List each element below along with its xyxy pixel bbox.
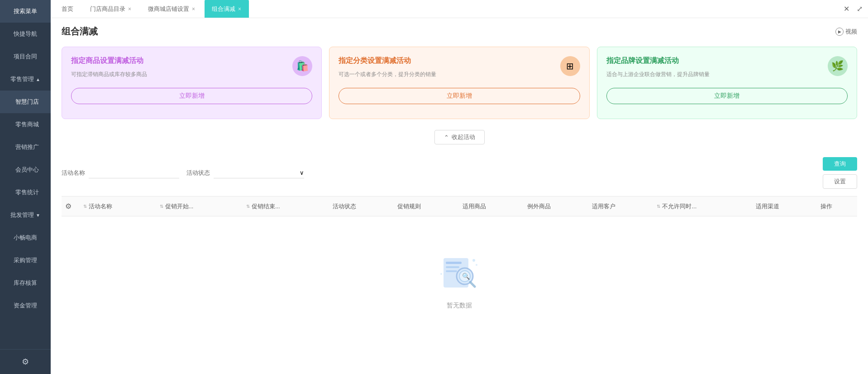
chevron-down-icon: ∨ xyxy=(300,169,304,176)
th-gear: ⚙ xyxy=(62,197,80,216)
sidebar-item-label: 智慧门店 xyxy=(15,98,39,105)
tab-combo-discount[interactable]: 组合满减 × xyxy=(205,0,249,18)
empty-state-row: 🔍 暂无数据 xyxy=(62,216,857,334)
th-label: 适用客户 xyxy=(592,203,615,210)
sidebar-item-label: 资金管理 xyxy=(14,302,37,309)
sidebar-item-quick-nav[interactable]: 快捷导航 xyxy=(0,23,51,45)
sidebar-item-label: 小畅电商 xyxy=(14,234,37,241)
sidebar-item-smart-store[interactable]: 智慧门店 xyxy=(0,91,51,113)
main-content: 首页 门店商品目录 × 微商城店铺设置 × 组合满减 × ✕ ⤢ 组合满减 ▶ … xyxy=(51,0,868,374)
svg-text:🔍: 🔍 xyxy=(462,273,470,280)
th-label: 适用渠道 xyxy=(756,203,779,210)
th-exception-goods: 例外商品 xyxy=(524,197,588,216)
th-not-allow-concurrent: ⇅ 不允许同时... xyxy=(653,197,752,216)
tab-home[interactable]: 首页 xyxy=(54,0,81,18)
svg-point-9 xyxy=(476,264,477,266)
th-label: 活动名称 xyxy=(89,202,112,211)
th-label: 操作 xyxy=(820,203,832,210)
category-card-desc: 可选一个或者多个分类，提升分类的销量 xyxy=(339,70,580,79)
close-window-icon[interactable]: ✕ xyxy=(842,3,851,15)
empty-illustration: 🔍 xyxy=(437,249,482,294)
sidebar-item-search-menu[interactable]: 搜索菜单 xyxy=(0,0,51,23)
close-tab-wechat-store[interactable]: × xyxy=(192,6,195,12)
sidebar-item-xiaochangec[interactable]: 小畅电商 xyxy=(0,226,51,249)
sidebar-item-member-center[interactable]: 会员中心 xyxy=(0,158,51,181)
svg-rect-3 xyxy=(446,270,457,272)
collapse-label: 收起活动 xyxy=(452,133,475,141)
setting-button[interactable]: 设置 xyxy=(823,174,857,189)
svg-rect-1 xyxy=(446,262,462,264)
tab-wechat-store[interactable]: 微商城店铺设置 × xyxy=(141,0,203,18)
brand-card-title: 指定品牌设置满减活动 xyxy=(606,56,848,66)
th-label: 例外商品 xyxy=(527,203,551,210)
sidebar-item-wholesale-mgmt[interactable]: 批发管理 ▼ xyxy=(0,204,51,226)
sort-icon[interactable]: ⇅ xyxy=(160,204,163,209)
th-label: 促销规则 xyxy=(397,203,421,210)
sidebar-item-label: 搜索菜单 xyxy=(14,8,37,14)
th-label: 活动状态 xyxy=(333,203,356,210)
sidebar-item-project-contract[interactable]: 项目合同 xyxy=(0,45,51,68)
activity-card-category: ⊞ 指定分类设置满减活动 可选一个或者多个分类，提升分类的销量 立即新增 xyxy=(329,47,589,119)
sidebar-item-retail-mgmt[interactable]: 零售管理 ▲ xyxy=(0,68,51,91)
svg-point-10 xyxy=(440,273,442,275)
sidebar-item-label: 零售商城 xyxy=(15,121,39,128)
sidebar-item-label: 营销推广 xyxy=(15,144,39,150)
activity-name-input[interactable] xyxy=(89,168,179,178)
add-category-discount-button[interactable]: 立即新增 xyxy=(339,88,580,104)
sort-icon[interactable]: ⇅ xyxy=(83,204,87,209)
sidebar-item-fund-mgmt[interactable]: 资金管理 xyxy=(0,294,51,317)
th-applicable-channel: 适用渠道 xyxy=(752,197,817,216)
close-tab-product-catalog[interactable]: × xyxy=(128,6,131,12)
add-product-discount-button[interactable]: 立即新增 xyxy=(71,88,312,104)
th-applicable-goods: 适用商品 xyxy=(459,197,524,216)
tab-wechat-store-label: 微商城店铺设置 xyxy=(148,5,189,13)
settings-button[interactable]: ⚙ xyxy=(0,349,51,374)
th-label: 不允许同时... xyxy=(662,202,696,211)
page-title: 组合满减 xyxy=(62,25,98,38)
svg-point-8 xyxy=(472,259,475,262)
sidebar-item-label: 库存核算 xyxy=(14,279,37,286)
chevron-up-icon: ▲ xyxy=(36,77,40,82)
th-label: 促销结束... xyxy=(252,202,280,211)
th-promo-rule: 促销规则 xyxy=(394,197,458,216)
add-brand-discount-button[interactable]: 立即新增 xyxy=(606,88,848,104)
activity-status-select[interactable]: ∨ xyxy=(214,168,304,178)
gear-icon[interactable]: ⚙ xyxy=(65,202,72,210)
gear-icon: ⚙ xyxy=(22,357,29,366)
empty-state-cell: 🔍 暂无数据 xyxy=(62,216,857,334)
sort-icon[interactable]: ⇅ xyxy=(246,204,250,209)
brand-card-icon: 🌿 xyxy=(828,56,848,76)
sidebar-item-retail-stats[interactable]: 零售统计 xyxy=(0,181,51,204)
th-activity-name: ⇅ 活动名称 xyxy=(80,197,156,216)
video-label: 视频 xyxy=(845,28,857,36)
close-tab-combo-discount[interactable]: × xyxy=(238,6,241,12)
th-applicable-customer: 适用客户 xyxy=(588,197,653,216)
brand-card-desc: 适合与上游企业联合做营销，提升品牌销量 xyxy=(606,70,848,79)
sidebar-item-marketing[interactable]: 营销推广 xyxy=(0,136,51,158)
tab-product-catalog[interactable]: 门店商品目录 × xyxy=(83,0,139,18)
activity-name-label: 活动名称 xyxy=(62,169,85,177)
th-operations: 操作 xyxy=(817,197,857,216)
sidebar-item-label: 批发管理 xyxy=(10,211,34,219)
video-button[interactable]: ▶ 视频 xyxy=(835,28,857,36)
category-card-title: 指定分类设置满减活动 xyxy=(339,56,580,66)
sidebar-item-purchase-mgmt[interactable]: 采购管理 xyxy=(0,249,51,272)
sidebar-item-inventory[interactable]: 库存核算 xyxy=(0,272,51,294)
sort-icon[interactable]: ⇅ xyxy=(657,204,660,209)
activity-status-label: 活动状态 xyxy=(186,169,210,177)
svg-line-7 xyxy=(470,282,475,287)
sidebar-item-retail-mall[interactable]: 零售商城 xyxy=(0,113,51,136)
product-card-icon: 🛍️ xyxy=(292,56,312,76)
th-label: 适用商品 xyxy=(463,203,486,210)
collapse-activity-button[interactable]: ⌃ 收起活动 xyxy=(434,130,485,144)
activity-card-product: 🛍️ 指定商品设置满减活动 可指定滞销商品或库存较多商品 立即新增 xyxy=(62,47,322,119)
sidebar-item-label: 项目合同 xyxy=(14,53,37,60)
th-label: 促销开始... xyxy=(165,202,194,211)
page-header: 组合满减 ▶ 视频 xyxy=(62,25,857,38)
expand-window-icon[interactable]: ⤢ xyxy=(855,3,864,15)
activity-card-brand: 🌿 指定品牌设置满减活动 适合与上游企业联合做营销，提升品牌销量 立即新增 xyxy=(597,47,857,119)
th-promo-end: ⇅ 促销结束... xyxy=(243,197,329,216)
activity-cards: 🛍️ 指定商品设置满减活动 可指定滞销商品或库存较多商品 立即新增 ⊞ 指定分类… xyxy=(62,47,857,119)
query-button[interactable]: 查询 xyxy=(823,157,857,171)
table-body: 🔍 暂无数据 xyxy=(62,216,857,334)
